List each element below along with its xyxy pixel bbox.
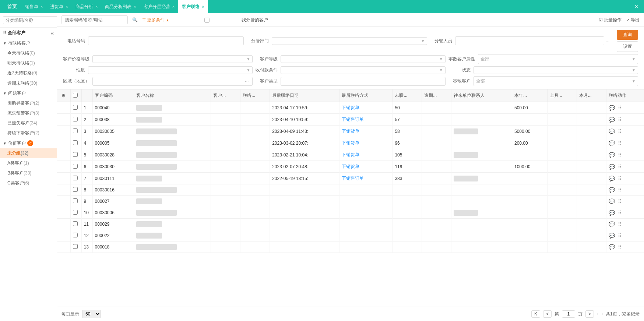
retail-attr-select[interactable]: 全部 ▼ xyxy=(478,54,638,64)
action-more-icon[interactable]: ⠿ xyxy=(618,244,622,250)
batch-ops-button[interactable]: ☑ 批量操作 xyxy=(599,17,622,23)
action-chat-icon[interactable]: 💬 xyxy=(609,105,615,111)
close-sales-tab[interactable]: × xyxy=(41,4,43,9)
sidebar-item-class-c[interactable]: C类客户(6) xyxy=(0,178,57,188)
row-last-contact-method[interactable]: 下销货单 xyxy=(339,149,392,161)
action-more-icon[interactable]: ⠿ xyxy=(618,198,622,204)
col-type[interactable]: 客户... xyxy=(211,89,240,102)
sidebar-item-class-a[interactable]: A类客户(1) xyxy=(0,158,57,168)
action-chat-icon[interactable]: 💬 xyxy=(609,128,615,134)
action-more-icon[interactable]: ⠿ xyxy=(618,105,622,111)
nav-tab-analysis[interactable]: 商品分析 × xyxy=(72,0,101,13)
action-more-icon[interactable]: ⠿ xyxy=(618,152,622,158)
manager-input[interactable] xyxy=(455,36,604,45)
action-chat-icon[interactable]: 💬 xyxy=(609,140,615,146)
retail-customer-select[interactable]: 全部 ▼ xyxy=(474,76,638,86)
row-checkbox-cell[interactable] xyxy=(70,230,81,241)
dept-select[interactable]: ▼ xyxy=(272,37,427,45)
row-checkbox-cell[interactable] xyxy=(70,219,81,230)
sidebar-item-ungrouped[interactable]: 未分组(32) xyxy=(0,148,57,158)
sidebar-item-7days-pending[interactable]: 近7天待联络(0) xyxy=(0,68,57,78)
col-not-contacted[interactable]: 未联... xyxy=(393,89,422,102)
query-button[interactable]: 查询 xyxy=(617,30,638,40)
action-more-icon[interactable]: ⠿ xyxy=(618,176,622,181)
col-settings[interactable]: ⚙ xyxy=(57,89,70,102)
sidebar-search-input[interactable] xyxy=(3,16,57,24)
nav-home[interactable]: 首页 xyxy=(3,3,21,10)
payment-select[interactable]: ▼ xyxy=(281,66,445,74)
nav-tab-purchase[interactable]: 进货单 × xyxy=(46,0,71,13)
row-last-contact-method[interactable]: 下销货单 xyxy=(339,126,392,137)
nav-tab-analysis-list[interactable]: 商品分析列表 × xyxy=(101,0,140,13)
col-this-month[interactable]: 本月... xyxy=(577,89,606,102)
sidebar-all-customers[interactable]: ⠿ 全部客户 « xyxy=(0,28,57,38)
customer-grade-select[interactable]: ▼ xyxy=(281,55,445,63)
row-last-contact-method[interactable]: 下销货单 xyxy=(339,137,392,149)
nav-tab-customer-contact[interactable]: 客户联络 × xyxy=(178,0,208,13)
row-checkbox-cell[interactable] xyxy=(70,241,81,253)
more-conditions-button[interactable]: ⊤ 更多条件 ▲ xyxy=(142,17,169,23)
phone-input[interactable] xyxy=(88,36,244,45)
sidebar-group-pending-contact[interactable]: ▼ 待联络客户 xyxy=(0,38,57,48)
filter-search-icon[interactable]: 🔍 xyxy=(132,17,138,22)
first-page-button[interactable]: K xyxy=(531,310,540,318)
row-checkbox[interactable] xyxy=(73,164,78,169)
action-more-icon[interactable]: ⠿ xyxy=(618,233,622,239)
export-button[interactable]: ↗ 导出 xyxy=(626,17,640,23)
row-checkbox-cell[interactable] xyxy=(70,102,81,114)
sidebar-item-hoarding-anomaly[interactable]: 囤购异常客户(2) xyxy=(0,98,57,108)
action-chat-icon[interactable]: 💬 xyxy=(609,164,615,170)
action-more-icon[interactable]: ⠿ xyxy=(618,164,622,170)
row-checkbox[interactable] xyxy=(73,176,78,180)
row-checkbox[interactable] xyxy=(73,244,78,249)
settings-button[interactable]: 设置 xyxy=(617,41,638,52)
page-size-select[interactable]: 50 100 200 xyxy=(82,310,101,318)
row-checkbox-cell[interactable] xyxy=(70,149,81,161)
region-dots-button[interactable]: ··· xyxy=(243,79,250,84)
sidebar-group-value-customers[interactable]: ▼ 价值客户 ↺ xyxy=(0,138,57,148)
col-this-year[interactable]: 本年... xyxy=(512,89,547,102)
action-more-icon[interactable]: ⠿ xyxy=(618,128,622,134)
action-chat-icon[interactable]: 💬 xyxy=(609,187,615,193)
action-chat-icon[interactable]: 💬 xyxy=(609,198,615,204)
col-overdue[interactable]: 逾期... xyxy=(422,89,451,102)
row-checkbox[interactable] xyxy=(73,152,78,157)
row-checkbox[interactable] xyxy=(73,128,78,133)
sidebar-item-churn-warning[interactable]: 流失预警客户(3) xyxy=(0,108,57,118)
sidebar-item-declining[interactable]: 持续下滑客户(2) xyxy=(0,128,57,138)
close-purchase-tab[interactable]: × xyxy=(66,4,68,9)
my-customers-checkbox[interactable] xyxy=(174,18,240,22)
action-chat-icon[interactable]: 💬 xyxy=(609,210,615,216)
action-chat-icon[interactable]: 💬 xyxy=(609,152,615,158)
sidebar-item-churned[interactable]: 已流失客户(24) xyxy=(0,118,57,128)
row-last-contact-method[interactable]: 下销售订单 xyxy=(339,173,392,184)
contact-method-link[interactable]: 下销货单 xyxy=(342,140,359,145)
search-input[interactable] xyxy=(61,15,128,24)
row-checkbox[interactable] xyxy=(73,117,78,121)
manager-dots-button[interactable]: ··· xyxy=(604,38,611,43)
contact-method-link[interactable]: 下销货单 xyxy=(342,152,359,157)
row-last-contact-method[interactable]: 下销货单 xyxy=(339,102,392,114)
row-checkbox-cell[interactable] xyxy=(70,184,81,196)
contact-method-link[interactable]: 下销售订单 xyxy=(342,176,364,181)
close-customer-tier-tab[interactable]: × xyxy=(172,4,175,9)
sidebar-item-today-pending[interactable]: 今天待联络(0) xyxy=(0,48,57,58)
row-checkbox-cell[interactable] xyxy=(70,137,81,149)
sidebar-item-tomorrow-pending[interactable]: 明天待联络(1) xyxy=(0,58,57,68)
col-last-contact-date[interactable]: 最后联络日期 xyxy=(270,89,339,102)
row-checkbox[interactable] xyxy=(73,198,78,203)
col-last-contact-method[interactable]: 最后联络方式 xyxy=(339,89,392,102)
row-last-contact-method[interactable]: 下销售订单 xyxy=(339,114,392,126)
price-grade-select[interactable]: ▼ xyxy=(92,55,253,63)
close-analysis-tab[interactable]: × xyxy=(95,4,98,9)
col-code[interactable]: 客户编码 xyxy=(92,89,134,102)
sidebar-group-problem-customers[interactable]: ▼ 问题客户 xyxy=(0,88,57,98)
row-checkbox[interactable] xyxy=(73,233,78,237)
sidebar-item-overdue-pending[interactable]: 逾期未联络(30) xyxy=(0,78,57,88)
row-checkbox-cell[interactable] xyxy=(70,173,81,184)
contact-method-link[interactable]: 下销货单 xyxy=(342,164,359,169)
action-chat-icon[interactable]: 💬 xyxy=(609,221,615,227)
sidebar-item-class-b[interactable]: B类客户(33) xyxy=(0,168,57,178)
last-page-button[interactable] xyxy=(597,313,603,315)
row-checkbox[interactable] xyxy=(73,221,78,226)
